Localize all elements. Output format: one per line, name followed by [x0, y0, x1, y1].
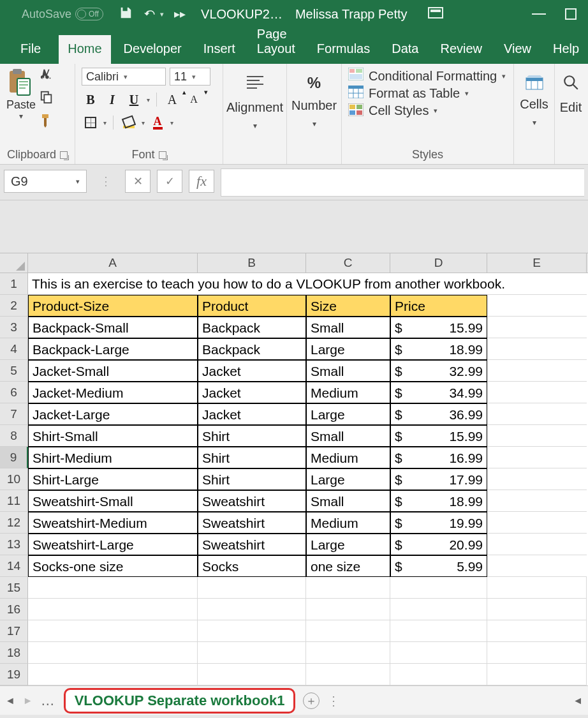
font-name-combo[interactable]: Calibri▾: [82, 68, 166, 86]
fill-color-button[interactable]: [120, 114, 138, 131]
chevron-down-icon[interactable]: ▾: [312, 119, 316, 128]
chevron-down-icon[interactable]: ▾: [253, 121, 257, 130]
percent-icon[interactable]: %: [307, 74, 321, 92]
sheet-list-icon[interactable]: …: [41, 692, 56, 709]
row-header[interactable]: 2: [0, 295, 28, 317]
undo-icon[interactable]: ▾: [143, 8, 164, 20]
hscroll-left-icon[interactable]: ◄: [573, 695, 583, 707]
cell[interactable]: [198, 642, 306, 664]
cell[interactable]: [487, 360, 587, 382]
row-header[interactable]: 3: [0, 317, 28, 338]
formula-input[interactable]: [221, 168, 584, 197]
cell[interactable]: Jacket: [198, 382, 306, 403]
number-button[interactable]: Number: [291, 98, 337, 113]
cell[interactable]: [487, 317, 587, 338]
increase-font-icon[interactable]: A▴: [163, 91, 181, 108]
cell[interactable]: [487, 490, 587, 512]
dialog-launcher-icon[interactable]: [60, 151, 68, 159]
cell[interactable]: [198, 599, 306, 620]
minimize-icon[interactable]: [532, 13, 546, 15]
tab-insert[interactable]: Insert: [195, 35, 244, 64]
borders-button[interactable]: [82, 114, 99, 131]
ribbon-display-icon[interactable]: [428, 7, 443, 22]
paste-button[interactable]: Paste: [6, 98, 36, 112]
decrease-font-icon[interactable]: A▾: [185, 91, 203, 108]
row-header[interactable]: 6: [0, 382, 28, 403]
alignment-button[interactable]: Alignment: [226, 100, 283, 115]
cell[interactable]: [487, 664, 587, 685]
cell[interactable]: Jacket: [198, 360, 306, 382]
cell[interactable]: $18.99: [390, 490, 487, 512]
cell[interactable]: Large: [306, 403, 390, 425]
font-size-combo[interactable]: 11▾: [170, 68, 210, 86]
tab-developer[interactable]: Developer: [115, 35, 191, 64]
tab-formulas[interactable]: Formulas: [308, 35, 379, 64]
cell[interactable]: Socks: [198, 555, 306, 577]
cut-icon[interactable]: [40, 68, 55, 85]
cell[interactable]: Product: [198, 295, 306, 317]
cell[interactable]: [390, 599, 487, 620]
cell[interactable]: Large: [306, 534, 390, 555]
cell[interactable]: [306, 620, 390, 642]
row-header[interactable]: 1: [0, 273, 28, 295]
cell[interactable]: Shirt-Small: [28, 425, 198, 447]
cells-icon[interactable]: [525, 74, 544, 91]
save-icon[interactable]: [119, 6, 133, 23]
tab-help[interactable]: Help: [544, 35, 588, 64]
row-header[interactable]: 16: [0, 599, 28, 620]
tab-file[interactable]: File: [6, 35, 55, 64]
enter-icon[interactable]: ✓: [157, 170, 182, 193]
cell[interactable]: Price: [390, 295, 487, 317]
cell[interactable]: [487, 382, 587, 403]
row-header[interactable]: 12: [0, 512, 28, 534]
row-header[interactable]: 5: [0, 360, 28, 382]
cell[interactable]: $32.99: [390, 360, 487, 382]
format-as-table-button[interactable]: Format as Table▾: [369, 85, 506, 102]
col-header[interactable]: A: [28, 253, 198, 273]
format-painter-icon[interactable]: [40, 112, 55, 131]
cell[interactable]: [306, 664, 390, 685]
cell[interactable]: one size: [306, 555, 390, 577]
row-header[interactable]: 8: [0, 425, 28, 447]
cell[interactable]: Medium: [306, 512, 390, 534]
cell[interactable]: Shirt: [198, 468, 306, 490]
italic-button[interactable]: I: [103, 91, 121, 108]
new-sheet-button[interactable]: ＋: [303, 692, 320, 709]
col-header[interactable]: E: [487, 253, 587, 273]
cell[interactable]: [28, 620, 198, 642]
cell[interactable]: [390, 664, 487, 685]
bold-button[interactable]: B: [82, 91, 99, 108]
row-header[interactable]: 14: [0, 555, 28, 577]
cancel-icon[interactable]: ✕: [125, 170, 151, 193]
cell[interactable]: Backpack: [198, 338, 306, 360]
cell[interactable]: Small: [306, 317, 390, 338]
cell[interactable]: $15.99: [390, 425, 487, 447]
cell[interactable]: $16.99: [390, 447, 487, 468]
cell[interactable]: Backpack-Large: [28, 338, 198, 360]
cell[interactable]: Sweatshirt-Large: [28, 534, 198, 555]
more-commands-icon[interactable]: ▸▸: [174, 7, 186, 21]
cell[interactable]: Sweatshirt-Medium: [28, 512, 198, 534]
cell[interactable]: Product-Size: [28, 295, 198, 317]
dialog-launcher-icon[interactable]: [159, 151, 166, 159]
name-box[interactable]: G9▾: [4, 170, 87, 193]
cell[interactable]: Shirt-Medium: [28, 447, 198, 468]
cell[interactable]: [28, 642, 198, 664]
cell[interactable]: [487, 338, 587, 360]
alignment-icon[interactable]: [244, 74, 266, 94]
cell[interactable]: [390, 620, 487, 642]
autosave-toggle[interactable]: AutoSave Off: [22, 8, 103, 21]
paste-dropdown-icon[interactable]: ▾: [6, 112, 36, 121]
cell[interactable]: [487, 425, 587, 447]
cell[interactable]: Sweatshirt: [198, 534, 306, 555]
cell[interactable]: [306, 577, 390, 599]
cell[interactable]: Shirt-Large: [28, 468, 198, 490]
cell[interactable]: [306, 642, 390, 664]
cell[interactable]: [487, 599, 587, 620]
cell[interactable]: $36.99: [390, 403, 487, 425]
scroll-sheet-right-icon[interactable]: ►: [23, 695, 33, 707]
cell[interactable]: Sweatshirt-Small: [28, 490, 198, 512]
cell[interactable]: Shirt: [198, 447, 306, 468]
cell[interactable]: [487, 577, 587, 599]
row-header[interactable]: 19: [0, 664, 28, 685]
